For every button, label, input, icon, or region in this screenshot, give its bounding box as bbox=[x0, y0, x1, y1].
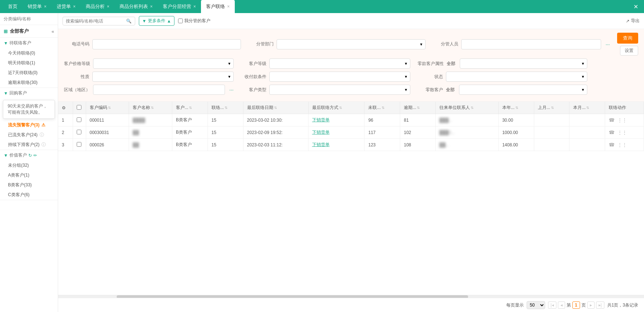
settings-gear-icon[interactable]: ⚙ bbox=[62, 105, 66, 110]
sort-icon-nc[interactable]: ⇅ bbox=[382, 106, 385, 110]
action-more-icon[interactable]: ⋮⋮ bbox=[617, 142, 627, 147]
sort-icon-lcm[interactable]: ⇅ bbox=[339, 106, 342, 110]
sort-icon-type[interactable]: ⇅ bbox=[189, 106, 192, 110]
close-tab-product-analysis-list[interactable]: × bbox=[150, 4, 153, 9]
query-button[interactable]: 查询 bbox=[617, 33, 638, 44]
contact-method-link[interactable]: 下销货单 bbox=[312, 117, 330, 122]
retail-customer-select[interactable]: ▾ bbox=[459, 85, 587, 95]
sort-icon-uc[interactable]: ⇅ bbox=[471, 106, 474, 110]
dept-select[interactable]: ▾ bbox=[277, 39, 425, 49]
sidebar-item-overdue-not-contacted[interactable]: 逾期未联络(30) bbox=[0, 78, 58, 88]
price-level-select[interactable]: ▾ bbox=[93, 58, 234, 69]
edit-icon[interactable]: ✏ bbox=[33, 153, 37, 158]
sidebar-item-class-a[interactable]: A类客户(1) bbox=[0, 170, 58, 180]
action-contact-icon[interactable]: ☎ bbox=[609, 130, 615, 135]
sort-icon-od[interactable]: ⇅ bbox=[417, 106, 420, 110]
sidebar-group-value-label[interactable]: ▼ 价值客户 ↻ ✏ bbox=[0, 150, 58, 161]
sidebar-search-input[interactable] bbox=[4, 16, 58, 21]
contact-method-link[interactable]: 下销货单 bbox=[312, 130, 330, 135]
action-contact-icon[interactable]: ☎ bbox=[609, 142, 615, 147]
sort-icon-contacts[interactable]: ⇅ bbox=[225, 106, 228, 110]
retail-attr-select[interactable]: ▾ bbox=[460, 58, 587, 69]
close-tab-sales-order[interactable]: × bbox=[44, 4, 47, 9]
row-select-checkbox[interactable] bbox=[77, 142, 81, 147]
manager-select[interactable] bbox=[461, 39, 601, 49]
sidebar-all-customers-header[interactable]: ⊞ 全部客户 « bbox=[0, 25, 58, 38]
status-select[interactable]: ▾ bbox=[446, 72, 587, 82]
close-tab-customer-contact[interactable]: × bbox=[227, 4, 230, 9]
sidebar-item-churn-warning[interactable]: 流失预警客户(3) ⚠ bbox=[0, 120, 58, 130]
horizontal-scrollbar[interactable] bbox=[58, 295, 644, 298]
close-tab-customer-tier[interactable]: × bbox=[193, 4, 196, 9]
close-tab-purchase-order[interactable]: × bbox=[73, 4, 76, 9]
search-icon[interactable]: 🔍 bbox=[126, 19, 132, 24]
first-page-button[interactable]: |◂ bbox=[548, 301, 556, 309]
refresh-icon[interactable]: ↻ bbox=[28, 153, 32, 158]
row-last-contact-method[interactable]: 下销货单 bbox=[308, 114, 365, 126]
action-contact-icon[interactable]: ☎ bbox=[609, 117, 615, 123]
sort-icon-name[interactable]: ⇅ bbox=[151, 106, 154, 110]
action-more-icon[interactable]: ⋮⋮ bbox=[617, 117, 627, 123]
th-settings[interactable]: ⚙ bbox=[58, 102, 73, 114]
sidebar-item-ungrouped[interactable]: 未分组(32) bbox=[0, 161, 58, 170]
sidebar-item-class-b[interactable]: B类客户(33) bbox=[0, 180, 58, 190]
payment-select[interactable]: ▾ bbox=[269, 72, 411, 82]
nature-select[interactable]: ▾ bbox=[92, 72, 234, 82]
row-last-contact-method[interactable]: 下销货单 bbox=[308, 126, 365, 139]
prev-page-button[interactable]: ◂ bbox=[558, 301, 565, 309]
per-page-select[interactable]: 50 100 bbox=[527, 301, 545, 309]
grid-icon: ⊞ bbox=[4, 29, 8, 34]
close-tab-product-analysis[interactable]: × bbox=[107, 4, 109, 9]
sort-icon-tm[interactable]: ⇅ bbox=[586, 106, 589, 110]
tab-product-analysis[interactable]: 商品分析 × bbox=[81, 0, 114, 13]
sort-icon-code[interactable]: ⇅ bbox=[108, 106, 111, 110]
sort-icon-lm[interactable]: ⇅ bbox=[551, 106, 554, 110]
sort-icon-ty[interactable]: ⇅ bbox=[515, 106, 518, 110]
row-checkbox[interactable] bbox=[73, 139, 86, 151]
phone-input[interactable] bbox=[92, 39, 241, 49]
row-select-checkbox[interactable] bbox=[77, 130, 81, 134]
search-input[interactable] bbox=[66, 19, 124, 24]
sidebar-item-7day-pending[interactable]: 近7天待联络(0) bbox=[0, 68, 58, 78]
export-button[interactable]: ↗ 导出 bbox=[626, 18, 640, 24]
row-select-checkbox[interactable] bbox=[77, 117, 81, 122]
row-checkbox[interactable] bbox=[73, 126, 86, 139]
window-close-button[interactable]: ✕ bbox=[631, 3, 641, 10]
last-page-button[interactable]: ▸| bbox=[596, 301, 604, 309]
manager-dots[interactable]: ··· bbox=[605, 41, 610, 47]
sidebar-item-already-churned[interactable]: 已流失客户(24) ⓘ bbox=[0, 130, 58, 140]
customer-level-select[interactable]: ▾ bbox=[269, 58, 411, 69]
tab-customer-tier[interactable]: 客户分层经营 × bbox=[158, 0, 201, 13]
my-customers-checkbox[interactable] bbox=[178, 19, 183, 23]
sidebar-item-today-pending[interactable]: 今天待联络(0) bbox=[0, 48, 58, 58]
advanced-filter-panel: 电话号码 分管部门 ▾ 分管人员 ··· bbox=[58, 29, 644, 102]
row-checkbox[interactable] bbox=[73, 114, 86, 126]
sidebar-collapse-icon[interactable]: « bbox=[52, 29, 54, 34]
row-last-contact-method[interactable]: 下销货单 bbox=[308, 139, 365, 151]
adv-filter-payment: 收付款条件 ▾ bbox=[241, 72, 411, 82]
region-dots[interactable]: ··· bbox=[229, 87, 234, 93]
more-conditions-button[interactable]: ▼ 更多条件 ▲ bbox=[139, 16, 174, 26]
sidebar-item-declining[interactable]: 持续下滑客户(2) ⓘ bbox=[0, 140, 58, 150]
search-box[interactable]: 🔍 bbox=[63, 17, 135, 25]
contact-method-link[interactable]: 下销货单 bbox=[312, 142, 330, 147]
dept-label: 分管部门 bbox=[248, 41, 274, 47]
sidebar-group-pending-label[interactable]: ▼ 待联络客户 bbox=[0, 38, 58, 48]
settings-button[interactable]: 设置 bbox=[620, 46, 638, 56]
select-all-checkbox[interactable] bbox=[77, 105, 81, 110]
my-customers-checkbox-label[interactable]: 我分管的客户 bbox=[178, 18, 210, 24]
tab-home[interactable]: 首页 bbox=[3, 0, 23, 13]
sidebar-item-tomorrow-pending[interactable]: 明天待联络(1) bbox=[0, 58, 58, 68]
sort-icon-lcd[interactable]: ⇅ bbox=[274, 106, 277, 110]
region-select[interactable] bbox=[93, 85, 225, 95]
next-page-button[interactable]: ▸ bbox=[587, 301, 595, 309]
tab-product-analysis-list[interactable]: 商品分析列表 × bbox=[114, 0, 158, 13]
tab-purchase-order[interactable]: 进货单 × bbox=[52, 0, 81, 13]
tab-sales-order[interactable]: 销货单 × bbox=[23, 0, 52, 13]
customer-type-select[interactable]: ▾ bbox=[269, 85, 411, 95]
tab-customer-contact[interactable]: 客户联络 × bbox=[201, 0, 235, 13]
action-more-icon[interactable]: ⋮⋮ bbox=[617, 130, 627, 135]
row-last-month bbox=[534, 114, 569, 126]
sidebar-group-repurchase-label[interactable]: ▼ 回购客户 bbox=[0, 88, 58, 98]
sidebar-item-class-c[interactable]: C类客户(6) bbox=[0, 190, 58, 200]
